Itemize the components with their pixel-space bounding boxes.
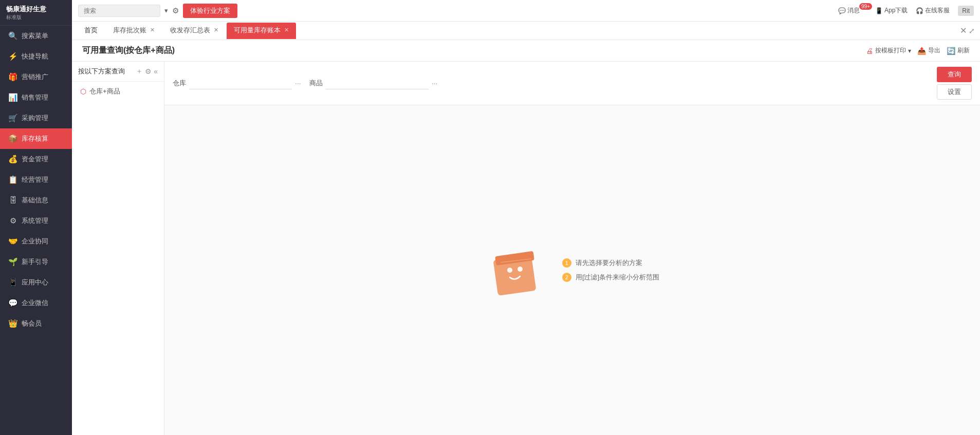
- app-edition: 标准版: [6, 14, 66, 21]
- app-download-label: App下载: [884, 6, 908, 15]
- tab-receipts-summary-label: 收发存汇总表: [170, 26, 210, 35]
- tip-num-2: 2: [562, 273, 571, 282]
- sidebar-item-marketing[interactable]: 🎁 营销推广: [0, 67, 72, 87]
- sidebar-item-label: 营销推广: [22, 72, 48, 82]
- query-submit-btn[interactable]: 查询: [937, 67, 972, 82]
- mobile-download-icon: 📱: [875, 7, 883, 14]
- refresh-btn[interactable]: 🔄 刷新: [947, 46, 970, 55]
- print-label: 按模板打印: [875, 46, 906, 55]
- sidebar-item-corp-wechat[interactable]: 💬 企业微信: [0, 293, 72, 313]
- empty-tips: 1 请先选择要分析的方案 2 用[过滤]条件来缩小分析范围: [562, 258, 659, 282]
- tip-item-2: 2 用[过滤]条件来缩小分析范围: [562, 273, 659, 282]
- service-label: 在线客服: [925, 6, 950, 15]
- chat-icon: 💬: [8, 298, 17, 308]
- sidebar-item-label: 快捷导航: [22, 52, 48, 61]
- message-badge: 99+: [859, 3, 872, 10]
- sidebar-item-member[interactable]: 👑 畅会员: [0, 313, 72, 334]
- message-icon: 💬: [838, 7, 846, 14]
- sidebar-item-system[interactable]: ⚙ 系统管理: [0, 211, 72, 231]
- goods-field-group: 商品 ···: [309, 77, 438, 89]
- tab-receipts-summary-close[interactable]: ✕: [214, 27, 218, 33]
- headset-icon: 🎧: [916, 7, 923, 14]
- sidebar-item-label: 应用中心: [22, 278, 48, 287]
- sidebar-item-inventory[interactable]: 📦 库存核算: [0, 128, 72, 149]
- main-area: ▾ ⚙ 体验行业方案 💬 消息 99+ 📱 App下载 🎧 在线客服 Rit: [72, 0, 980, 435]
- sidebar-item-operations[interactable]: 📋 经营管理: [0, 169, 72, 190]
- sidebar-item-enterprise[interactable]: 🤝 企业协同: [0, 231, 72, 252]
- tabs-bar: 首页 库存批次账 ✕ 收发存汇总表 ✕ 可用量库存账本 ✕ ✕ ⤢: [72, 22, 980, 40]
- message-label: 消息: [847, 6, 860, 15]
- warehouse-field-group: 仓库 ···: [173, 77, 301, 89]
- query-action-btns: 查询 设置: [937, 67, 972, 100]
- tab-receipts-summary[interactable]: 收发存汇总表 ✕: [163, 23, 226, 39]
- tab-batch-ledger[interactable]: 库存批次账 ✕: [106, 23, 162, 39]
- search-icon: 🔍: [8, 31, 17, 41]
- sidebar-item-label: 新手引导: [22, 257, 48, 267]
- print-dropdown-icon: ▾: [908, 47, 911, 54]
- tab-batch-ledger-close[interactable]: ✕: [150, 27, 155, 33]
- sidebar-item-purchase[interactable]: 🛒 采购管理: [0, 108, 72, 128]
- sidebar: 畅康通好生意 标准版 🔍 搜索菜单 ⚡ 快捷导航 🎁 营销推广 📊 销售管理 🛒…: [0, 0, 72, 435]
- add-filter-btn[interactable]: ＋: [136, 67, 143, 76]
- export-btn[interactable]: 📤 导出: [917, 46, 940, 55]
- database-icon: 🗄: [8, 196, 17, 204]
- filter-header-icons: ＋ ⚙ «: [136, 67, 158, 76]
- industry-btn[interactable]: 体验行业方案: [183, 4, 237, 18]
- tip-text-1: 请先选择要分析的方案: [576, 258, 642, 268]
- sidebar-item-finance[interactable]: 💰 资金管理: [0, 149, 72, 169]
- export-label: 导出: [928, 46, 940, 55]
- sidebar-item-label: 资金管理: [22, 155, 48, 164]
- sidebar-item-app-center[interactable]: 📱 应用中心: [0, 272, 72, 293]
- lightning-icon: ⚡: [8, 52, 17, 61]
- svg-point-3: [517, 267, 523, 272]
- sidebar-item-shortcut[interactable]: ⚡ 快捷导航: [0, 46, 72, 67]
- tab-available-ledger[interactable]: 可用量库存账本 ✕: [227, 23, 296, 39]
- query-settings-btn[interactable]: 设置: [937, 84, 972, 100]
- online-service-btn[interactable]: 🎧 在线客服: [916, 6, 950, 15]
- sidebar-item-sales[interactable]: 📊 销售管理: [0, 87, 72, 108]
- crown-icon: 👑: [8, 319, 17, 328]
- collapse-filter-btn[interactable]: «: [154, 67, 158, 76]
- sidebar-item-label: 企业微信: [22, 298, 48, 308]
- sprout-icon: 🌱: [8, 257, 17, 267]
- gift-icon: 🎁: [8, 72, 17, 82]
- sidebar-item-newcomer[interactable]: 🌱 新手引导: [0, 252, 72, 272]
- tab-batch-ledger-label: 库存批次账: [113, 26, 146, 35]
- warehouse-input[interactable]: [189, 77, 292, 89]
- search-dropdown-btn[interactable]: ▾: [164, 7, 168, 14]
- sidebar-item-label: 库存核算: [22, 134, 48, 143]
- warehouse-more-btn[interactable]: ···: [295, 79, 301, 87]
- filter-panel: 按以下方案查询 ＋ ⚙ « ⬡ 仓库+商品: [72, 62, 164, 435]
- app-name: 畅康通好生意: [6, 5, 66, 14]
- topbar-right: 💬 消息 99+ 📱 App下载 🎧 在线客服 Rit: [838, 6, 974, 16]
- message-btn[interactable]: 💬 消息 99+: [838, 6, 867, 15]
- goods-input[interactable]: [326, 77, 429, 89]
- sidebar-item-basic[interactable]: 🗄 基础信息: [0, 190, 72, 211]
- search-input[interactable]: [78, 5, 160, 17]
- goods-more-btn[interactable]: ···: [432, 79, 438, 87]
- sidebar-logo: 畅康通好生意 标准版: [0, 0, 72, 26]
- topbar: ▾ ⚙ 体验行业方案 💬 消息 99+ 📱 App下载 🎧 在线客服 Rit: [72, 0, 980, 22]
- refresh-label: 刷新: [957, 46, 970, 55]
- user-avatar[interactable]: Rit: [958, 6, 974, 16]
- empty-box-svg: [485, 239, 547, 301]
- sidebar-item-label: 经营管理: [22, 175, 48, 184]
- app-download-btn[interactable]: 📱 App下载: [875, 6, 908, 15]
- settings-btn[interactable]: ⚙: [172, 6, 179, 15]
- tip-num-1: 1: [562, 258, 571, 268]
- filter-item-warehouse-goods[interactable]: ⬡ 仓库+商品: [72, 82, 164, 101]
- goods-field-label: 商品: [309, 79, 323, 88]
- empty-illustration: [485, 239, 547, 301]
- sidebar-item-search[interactable]: 🔍 搜索菜单: [0, 26, 72, 46]
- refresh-icon: 🔄: [947, 47, 955, 55]
- tabs-right-btns: ✕ ⤢: [960, 26, 975, 35]
- close-all-tabs-btn[interactable]: ✕: [960, 26, 967, 35]
- expand-btn[interactable]: ⤢: [969, 26, 975, 35]
- svg-point-2: [507, 268, 512, 273]
- print-template-btn[interactable]: 🖨 按模板打印 ▾: [866, 46, 911, 55]
- tab-home[interactable]: 首页: [77, 23, 105, 39]
- settings-filter-btn[interactable]: ⚙: [145, 67, 152, 76]
- tab-available-ledger-close[interactable]: ✕: [284, 27, 289, 33]
- gear-icon: ⚙: [8, 216, 17, 225]
- cart-icon: 🛒: [8, 114, 17, 123]
